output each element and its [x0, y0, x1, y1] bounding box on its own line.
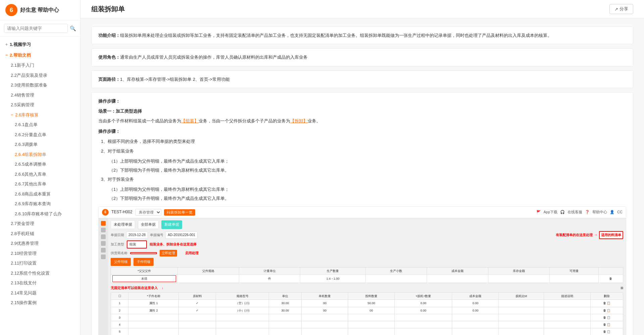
sidebar-item-stock-error[interactable]: 2.6.10库存账本错了么办	[0, 209, 80, 219]
mock-date-val[interactable]: 2019-12-28	[126, 231, 148, 239]
sidebar-item-adjust[interactable]: 2.6.3调拨单	[0, 139, 80, 150]
table-row: 5🗑 📋	[111, 328, 623, 335]
mock-enable-btn[interactable]: 立即处理	[160, 250, 177, 257]
share-icon: ↗	[614, 7, 618, 12]
annotation1-text: 有装配清单的在这里处理	[556, 232, 593, 238]
mock-no-val[interactable]: AD-20191226-001	[165, 231, 198, 239]
sidebar-item-prepare[interactable]: 2.3使用前数据准备	[0, 80, 80, 90]
path-block: 页面路径：1、库存核算->库存管理->组装拆卸单 2、首页->常用功能	[91, 70, 633, 88]
search-input[interactable]	[4, 24, 68, 33]
mock-nav-icon-4[interactable]	[101, 241, 106, 246]
sidebar-item-inventory[interactable]: − 2.6库存核算	[0, 110, 80, 120]
table-row: 未填 件 1:4→1.00 🗑	[111, 275, 623, 283]
mock-form-content: 未处理单据 全部单据 新建单据 单据日期 2019-12-28 单据编号	[108, 218, 626, 335]
mock-sidebar-icons	[99, 218, 108, 335]
sidebar-item-cost-adjust[interactable]: 2.6.5成本调整单	[0, 159, 80, 169]
mock-section-assembly[interactable]: 父件明细	[111, 258, 131, 266]
sidebar-item-other-in[interactable]: 2.6.6其他入库单	[0, 169, 80, 179]
sidebar-item-stocktake[interactable]: 2.6.1盘点单	[0, 120, 80, 130]
logo-icon: 6	[5, 4, 17, 16]
step2-2: （2）下部明细为子件明细，最终作为原材料生成其它出库单。	[109, 166, 626, 174]
logo-text: 好生意 帮助中心	[20, 7, 59, 14]
mock-th-8: 可用量	[549, 267, 598, 274]
mock-td-stock-amt	[488, 275, 549, 283]
sidebar-item-cases[interactable]: 2.15操作案例	[0, 298, 80, 308]
mock-section-sub[interactable]: 子件明细	[133, 258, 154, 266]
mock-cth-9: 损耗比M	[499, 293, 544, 300]
step2-1: （1）上部明细为父件明细，最终作为产成品生成其它入库单；	[109, 157, 626, 165]
mock-supplier-val[interactable]	[130, 252, 157, 254]
assembly-link[interactable]: 【组装】	[181, 118, 199, 123]
mock-cth-0: ☐	[111, 293, 128, 300]
mock-new-btn[interactable]: 闷装拆卸单一览	[164, 209, 195, 216]
mock-cth-6: 投料数量	[348, 293, 395, 300]
search-icon[interactable]: 🔍	[70, 25, 76, 32]
sidebar-item-assembly[interactable]: 2.6.4组装拆卸单	[0, 150, 80, 160]
mock-app-text: App下载	[544, 209, 558, 216]
mock-nav-icon-2[interactable]	[101, 228, 106, 232]
sidebar-item-operation[interactable]: 2.10经营管理	[0, 248, 80, 259]
function-intro-text: 组装拆卸单用来处理企业组装或拆卸等加工业务，支持有固定装配清单的产品加工业务，也…	[120, 33, 552, 38]
mock-no-label: 单据编号	[150, 232, 163, 238]
sidebar-item-purchase[interactable]: 2.5采购管理	[0, 100, 80, 110]
sidebar-item-online-pay[interactable]: 2.13在线支付	[0, 278, 80, 288]
mock-service-icon: 🎧	[560, 209, 565, 216]
sidebar-item-install[interactable]: 2.2产品安装及登录	[0, 70, 80, 80]
annotation3-text: 启用处理	[185, 250, 199, 256]
function-intro-label: 功能介绍：	[98, 33, 120, 38]
sidebar-item-newbie[interactable]: 2.1新手入门	[0, 60, 80, 70]
sidebar-item-help[interactable]: − 2.帮助文档	[0, 50, 80, 61]
mock-nav-icon-6[interactable]	[101, 255, 106, 259]
mock-tab-new[interactable]: 新建单据	[161, 220, 182, 229]
mock-tab-all[interactable]: 全部单据	[138, 220, 159, 229]
mock-td-qty[interactable]: 1:4→1.00	[300, 275, 366, 283]
mock-tab-create[interactable]: 未处理单据	[111, 220, 135, 229]
mock-expand-icon[interactable]: ⊞	[621, 285, 623, 291]
sidebar-item-personalize[interactable]: 2.12系统个性化设置	[0, 268, 80, 278]
mock-td-name[interactable]: 未填	[111, 275, 178, 283]
mock-th-7: 库存金额	[488, 267, 549, 274]
search-bar: 🔍	[0, 20, 80, 37]
sidebar-item-stock-check[interactable]: 2.6.9库存账本查询	[0, 199, 80, 209]
annotation2-text: 组装业务、拆卸业务在这里选择	[150, 241, 197, 247]
top-bar: 组装拆卸单 ↗ 分享	[80, 0, 644, 18]
mock-type-select[interactable]: 组装	[127, 240, 147, 248]
mock-module-select[interactable]: 库存管理	[135, 209, 161, 216]
mock-td-action[interactable]: 🗑	[598, 275, 623, 283]
mock-nav-icon-3[interactable]	[101, 234, 106, 239]
mock-field-row: 单据日期 2019-12-28 单据编号 AD-20191226-001 有装配…	[111, 231, 623, 239]
mock-bom-btn[interactable]: 适用的料清单	[599, 231, 623, 239]
sidebar-item-mobile[interactable]: 2.8手机旺铺	[0, 229, 80, 239]
mock-nav-icon-5[interactable]	[101, 248, 106, 253]
share-button[interactable]: ↗ 分享	[609, 4, 633, 14]
sidebar: 6 好生意 帮助中心 🔍 + 1.视频学习 − 2.帮助文档 2.1新手入门 2…	[0, 0, 80, 335]
mock-cth-4: 单位	[269, 293, 301, 300]
mock-cth-7: +损耗+数量	[395, 293, 452, 300]
mock-screenshot: 6 TEST-H002 库存管理 闷装拆卸单一览 🚩 App下载 🎧 在线客服 …	[99, 207, 626, 335]
mock-cth-8: 成本金额	[452, 293, 499, 300]
steps-intro: 操作步骤：	[98, 127, 626, 135]
sidebar-item-sales[interactable]: 2.4销售管理	[0, 90, 80, 100]
mock-user-text: CC	[617, 209, 623, 216]
mock-child-table: ☐ *子件名称 原材料 规格型号 单位 单耗数量 投料数量 +损耗+数量 成本金	[111, 292, 623, 335]
sidebar-item-capital[interactable]: 2.7资金管理	[0, 219, 80, 229]
sidebar-item-other-out[interactable]: 2.6.7其他出库单	[0, 179, 80, 189]
sidebar-item-video[interactable]: + 1.视频学习	[0, 39, 80, 50]
mock-td-spec	[177, 275, 239, 283]
step3-1: （1）上部明细为父件明细，最终作为原材料生成其它出库单；	[109, 185, 626, 193]
mock-cth-11: 删除	[590, 293, 623, 300]
sidebar-item-cost-calc[interactable]: 2.6.8商品成本重算	[0, 189, 80, 199]
disassembly-link[interactable]: 【拆卸】	[290, 118, 308, 123]
mock-help-text: 帮助中心	[592, 209, 607, 216]
mock-app-bar: 6 TEST-H002 库存管理 闷装拆卸单一览 🚩 App下载 🎧 在线客服 …	[99, 207, 626, 218]
mock-avatar: 👤	[610, 209, 614, 216]
sidebar-item-faq[interactable]: 2.14常见问题	[0, 288, 80, 298]
steps-block: 操作步骤： 场景一：加工类型选择 当由多个子件材料组装成一个成品的业务为【组装】…	[91, 92, 633, 335]
mock-nav-icon-1[interactable]	[101, 221, 106, 226]
sidebar-item-voucher[interactable]: 2.9优惠券管理	[0, 238, 80, 248]
sidebar-item-split-stocktake[interactable]: 2.6.2分量盘点单	[0, 130, 80, 140]
mock-cth-2: 原材料	[179, 293, 216, 300]
sidebar-item-print[interactable]: 2.11打印设置	[0, 258, 80, 268]
plus-icon: +	[5, 42, 8, 48]
mock-th-6: 成本金额	[427, 267, 488, 274]
